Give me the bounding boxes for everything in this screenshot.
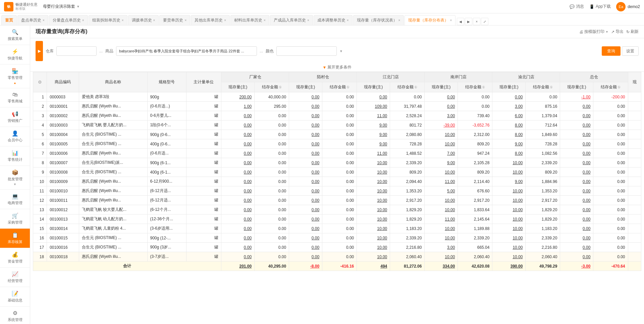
table-cell[interactable]: 9.00 <box>357 139 390 149</box>
industry-selector[interactable]: 母婴行业演示陈套 ▼ <box>43 4 80 9</box>
table-cell[interactable]: 0.00 <box>289 102 322 111</box>
table-cell[interactable]: 0.00 <box>560 168 593 177</box>
summary-cf-qty[interactable]: 201.00 <box>221 262 255 271</box>
table-cell[interactable]: 10.00 <box>357 252 390 262</box>
table-cell[interactable]: 10.00 <box>425 233 458 243</box>
table-cell[interactable]: 0.00 <box>425 92 458 102</box>
table-cell[interactable]: 0.00 <box>425 102 458 111</box>
table-cell[interactable]: 0.00 <box>289 168 322 177</box>
table-cell[interactable]: 0.00 <box>221 196 255 205</box>
color-input[interactable] <box>276 46 337 56</box>
summary-jb-qty[interactable]: 494 <box>357 262 390 271</box>
tab-close-cost-adjust[interactable]: × <box>347 18 349 22</box>
sidebar-item-marketing[interactable]: 📢 营销推广 <box>0 107 30 127</box>
tab-product-in[interactable]: 产成品入库单历史 × <box>270 15 313 25</box>
app-download-button[interactable]: 📱 App下载 <box>589 4 611 9</box>
table-cell[interactable]: 0.00 <box>560 139 593 149</box>
table-cell[interactable]: 0.00 <box>357 92 390 102</box>
tab-nav-expand[interactable]: ⤢ <box>481 18 488 25</box>
info-icon-total[interactable]: ① <box>618 85 621 89</box>
sidebar-item-system[interactable]: ⚙ 系统管理 <box>0 307 30 324</box>
table-cell[interactable]: 0.00 <box>560 196 593 205</box>
table-cell[interactable]: 0.00 <box>560 224 593 233</box>
table-cell[interactable]: 200.00 <box>221 92 255 102</box>
table-cell[interactable]: 0.00 <box>289 139 322 149</box>
filter-toggle-button[interactable]: ▶ <box>36 41 43 61</box>
tab-nav-next[interactable]: ▶ <box>465 18 472 25</box>
table-cell[interactable]: 0.00 <box>289 111 322 121</box>
tab-close-transfer[interactable]: × <box>153 18 155 22</box>
tab-combo[interactable]: 组装拆卸单历史 × <box>89 15 127 25</box>
setting-button[interactable]: 设置 <box>622 46 639 56</box>
sidebar-item-stock[interactable]: 📋 库存核算 <box>0 229 30 248</box>
table-cell[interactable]: 10.00 <box>357 205 390 215</box>
table-cell[interactable]: 10.00 <box>357 243 390 252</box>
table-cell[interactable]: 0.00 <box>221 139 255 149</box>
table-cell[interactable]: 10.00 <box>492 233 526 243</box>
table-cell[interactable]: 9.00 <box>357 130 390 139</box>
tab-close-other-out[interactable]: × <box>224 18 226 22</box>
table-cell[interactable]: 0.00 <box>560 215 593 224</box>
table-cell[interactable]: 9.00 <box>492 139 526 149</box>
tab-nav-close-all[interactable]: × <box>473 18 480 25</box>
info-icon-yb[interactable]: ① <box>550 85 553 89</box>
tab-close-inventory[interactable]: × <box>43 18 45 22</box>
table-cell[interactable]: 0.00 <box>289 121 322 130</box>
table-cell[interactable]: 9.00 <box>357 121 390 130</box>
table-cell[interactable]: 0.00 <box>221 186 255 196</box>
table-cell[interactable]: -1.00 <box>560 92 593 102</box>
table-cell[interactable]: 11.00 <box>357 149 390 158</box>
table-cell[interactable]: 3.00 <box>425 243 458 252</box>
tab-close-stock-dist[interactable]: × <box>450 18 452 22</box>
export-button[interactable]: ↗ 导出 <box>611 29 624 35</box>
tab-stock-status[interactable]: 现存量（库存状况表） × <box>353 15 404 25</box>
tab-inventory[interactable]: 盘点单历史 × <box>17 15 48 25</box>
table-cell[interactable]: 0.00 <box>221 215 255 224</box>
table-cell[interactable]: 10.00 <box>425 168 458 177</box>
tab-order[interactable]: 要货单历史 × <box>159 15 190 25</box>
table-cell[interactable]: 0.00 <box>289 186 322 196</box>
sidebar-item-nav[interactable]: ⚡ 快捷导航 <box>0 45 30 64</box>
table-cell[interactable]: 9.00 <box>492 177 526 186</box>
table-cell[interactable]: 0.00 <box>560 130 593 139</box>
table-cell[interactable]: 0.00 <box>221 111 255 121</box>
tab-other-out[interactable]: 其他出库单历史 × <box>191 15 230 25</box>
tab-close-split[interactable]: × <box>82 18 84 22</box>
table-cell[interactable]: 10.00 <box>425 139 458 149</box>
table-cell[interactable]: 0.00 <box>560 233 593 243</box>
table-cell[interactable]: 0.00 <box>560 243 593 252</box>
table-cell[interactable]: 10.00 <box>357 215 390 224</box>
table-cell[interactable]: 0.00 <box>289 177 322 186</box>
summary-total-qty[interactable]: -3.00 <box>560 262 593 271</box>
table-cell[interactable]: 8.00 <box>492 121 526 130</box>
col-settings[interactable]: ⚙ <box>33 72 47 92</box>
table-cell[interactable]: 0.00 <box>560 121 593 130</box>
table-cell[interactable]: 10.00 <box>425 224 458 233</box>
table-cell[interactable]: 0.00 <box>289 92 322 102</box>
table-cell[interactable]: 0.00 <box>560 252 593 262</box>
refresh-button[interactable]: ↻ 刷新 <box>626 29 639 35</box>
table-cell[interactable]: 0.00 <box>289 243 322 252</box>
expand-button[interactable]: ▼ 展开更多条件 <box>36 63 639 72</box>
table-cell[interactable]: 0.00 <box>289 252 322 262</box>
table-cell[interactable]: 11.00 <box>357 111 390 121</box>
table-cell[interactable]: 0.00 <box>221 252 255 262</box>
info-icon-na[interactable]: ① <box>482 85 485 89</box>
table-cell[interactable]: 11.00 <box>425 177 458 186</box>
sidebar-item-finance[interactable]: 💰 资金管理 <box>0 248 30 268</box>
table-cell[interactable]: 10.00 <box>492 252 526 262</box>
table-cell[interactable]: 10.00 <box>425 130 458 139</box>
tab-close-product-in[interactable]: × <box>307 18 309 22</box>
sidebar-item-ecom[interactable]: 💻 电商管理 <box>0 190 30 209</box>
table-cell[interactable]: 10.00 <box>357 224 390 233</box>
table-cell[interactable]: 3.00 <box>492 102 526 111</box>
table-cell[interactable]: 0.00 <box>221 130 255 139</box>
table-cell[interactable]: 0.00 <box>492 92 526 102</box>
table-cell[interactable]: 0.00 <box>221 158 255 168</box>
sidebar-item-operation[interactable]: 📈 经营管理 <box>0 268 30 287</box>
tab-home[interactable]: 首页 <box>1 15 17 25</box>
table-cell[interactable]: 10.00 <box>492 196 526 205</box>
table-cell[interactable]: 0.00 <box>289 196 322 205</box>
table-cell[interactable]: 1.00 <box>221 102 255 111</box>
table-cell[interactable]: 0.00 <box>221 233 255 243</box>
